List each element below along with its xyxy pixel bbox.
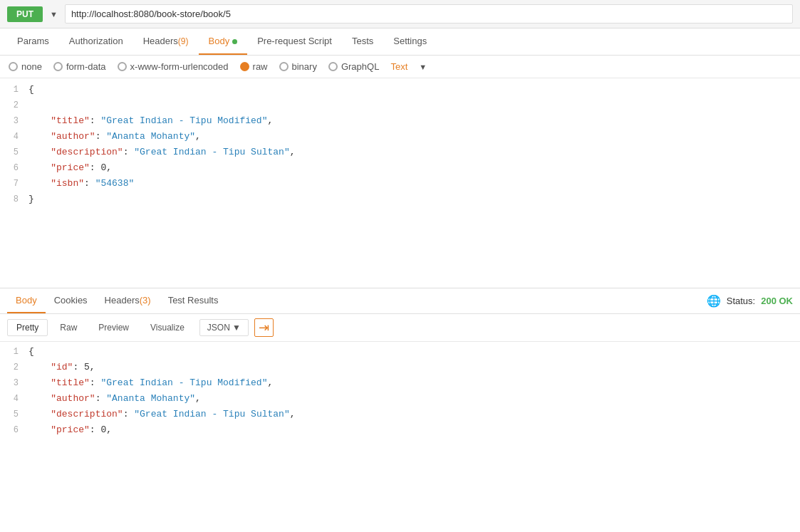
line-content: "description": "Great Indian - Tipu Sult… — [28, 147, 800, 157]
radio-form-data[interactable]: form-data — [53, 61, 106, 72]
line-content: { — [28, 84, 800, 95]
line-content: { — [28, 346, 800, 357]
line-content: "isbn": "54638" — [28, 178, 800, 189]
raw-type-dropdown-arrow[interactable]: ▼ — [419, 63, 427, 71]
line-number: 1 — [0, 346, 28, 357]
tab-params[interactable]: Params — [7, 28, 59, 55]
code-line: 5 "description": "Great Indian - Tipu Su… — [0, 147, 800, 162]
code-line: 1{ — [0, 84, 800, 100]
line-number: 8 — [0, 194, 28, 204]
radio-raw-circle — [240, 62, 249, 71]
tab-prerequest[interactable]: Pre-request Script — [247, 28, 342, 55]
globe-icon: 🌐 — [707, 294, 721, 308]
status-label: Status: — [727, 296, 755, 306]
line-content: "price": 0, — [28, 424, 800, 435]
line-number: 3 — [0, 377, 28, 388]
radio-none-circle — [9, 62, 18, 71]
resp-tab-body[interactable]: Body — [7, 288, 46, 313]
response-tabs-row: Body Cookies Headers(3) Test Results 🌐 S… — [0, 288, 800, 314]
radio-formdata-circle — [53, 62, 63, 71]
line-number: 2 — [0, 362, 28, 372]
line-content: "id": 5, — [28, 362, 800, 372]
resp-visualize-btn[interactable]: Visualize — [141, 319, 194, 336]
radio-binary-circle — [279, 62, 289, 71]
line-content: "price": 0, — [28, 162, 800, 173]
line-content: "description": "Great Indian - Tipu Sult… — [28, 409, 800, 419]
code-line: 7 "isbn": "54638" — [0, 178, 800, 194]
code-line: 6 "price": 0, — [0, 424, 800, 440]
code-line: 2 "id": 5, — [0, 362, 800, 377]
code-line: 3 "title": "Great Indian - Tipu Modified… — [0, 115, 800, 131]
format-dropdown-arrow: ▼ — [232, 323, 241, 333]
code-line: 4 "author": "Ananta Mohanty", — [0, 393, 800, 409]
response-body-viewer: 1{2 "id": 5,3 "title": "Great Indian - T… — [0, 342, 800, 466]
tab-headers[interactable]: Headers(9) — [133, 28, 199, 55]
wrap-button[interactable]: ⇥ — [254, 318, 274, 337]
radio-binary[interactable]: binary — [279, 61, 317, 72]
radio-raw[interactable]: raw — [240, 61, 268, 72]
line-content: } — [28, 194, 800, 204]
url-bar: PUT ▼ — [0, 0, 800, 28]
code-line: 6 "price": 0, — [0, 162, 800, 178]
code-line: 3 "title": "Great Indian - Tipu Modified… — [0, 377, 800, 393]
code-line: 4 "author": "Ananta Mohanty", — [0, 131, 800, 147]
line-number: 6 — [0, 424, 28, 435]
response-section: Body Cookies Headers(3) Test Results 🌐 S… — [0, 288, 800, 466]
line-number: 1 — [0, 84, 28, 95]
body-type-row: none form-data x-www-form-urlencoded raw… — [0, 56, 800, 78]
tab-authorization[interactable]: Authorization — [59, 28, 133, 55]
request-tabs: Params Authorization Headers(9) Body Pre… — [0, 28, 800, 56]
resp-tab-headers[interactable]: Headers(3) — [96, 288, 160, 313]
resp-tab-testresults[interactable]: Test Results — [160, 288, 227, 313]
body-active-dot — [232, 39, 237, 44]
resp-toolbar: Pretty Raw Preview Visualize JSON ▼ ⇥ — [0, 314, 800, 342]
code-line: 5 "description": "Great Indian - Tipu Su… — [0, 409, 800, 424]
line-number: 6 — [0, 162, 28, 173]
resp-format-dropdown[interactable]: JSON ▼ — [199, 319, 249, 336]
line-content: "author": "Ananta Mohanty", — [28, 393, 800, 404]
status-code: 200 OK — [761, 296, 793, 306]
radio-urlencoded-circle — [118, 62, 127, 71]
resp-pretty-btn[interactable]: Pretty — [7, 319, 48, 336]
raw-text-label[interactable]: Text — [390, 61, 407, 72]
line-number: 2 — [0, 100, 28, 110]
line-number: 4 — [0, 131, 28, 142]
code-line: 2 — [0, 100, 800, 115]
line-number: 5 — [0, 147, 28, 157]
line-content: "title": "Great Indian - Tipu Modified", — [28, 115, 800, 126]
line-content: "title": "Great Indian - Tipu Modified", — [28, 377, 800, 388]
request-body-editor[interactable]: 1{23 "title": "Great Indian - Tipu Modif… — [0, 78, 800, 288]
line-number: 5 — [0, 409, 28, 419]
method-button[interactable]: PUT — [7, 6, 43, 22]
resp-tab-cookies[interactable]: Cookies — [46, 288, 96, 313]
radio-graphql-circle — [328, 62, 338, 71]
line-number: 7 — [0, 178, 28, 189]
line-number: 4 — [0, 393, 28, 404]
resp-raw-btn[interactable]: Raw — [51, 319, 86, 336]
code-line: 8} — [0, 194, 800, 209]
method-dropdown[interactable]: ▼ — [48, 7, 59, 21]
radio-none[interactable]: none — [9, 61, 42, 72]
line-number: 3 — [0, 115, 28, 126]
radio-urlencoded[interactable]: x-www-form-urlencoded — [118, 61, 229, 72]
code-line: 1{ — [0, 346, 800, 362]
tab-body[interactable]: Body — [199, 28, 248, 55]
tab-settings[interactable]: Settings — [383, 28, 437, 55]
resp-preview-btn[interactable]: Preview — [89, 319, 138, 336]
url-input[interactable] — [65, 4, 793, 24]
line-content: "author": "Ananta Mohanty", — [28, 131, 800, 142]
tab-tests[interactable]: Tests — [342, 28, 383, 55]
radio-graphql[interactable]: GraphQL — [328, 61, 379, 72]
status-area: 🌐 Status: 200 OK — [707, 294, 793, 308]
